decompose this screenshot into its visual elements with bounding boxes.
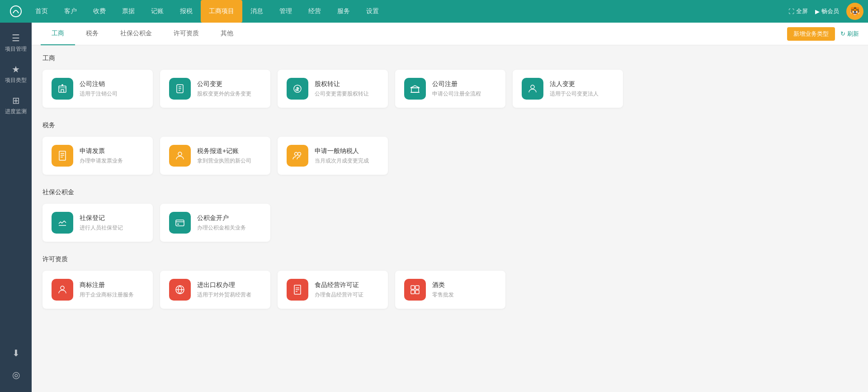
nav-item-管理[interactable]: 管理: [271, 0, 300, 23]
card-text: 进出口权办理适用于对外贸易经营者: [197, 281, 261, 299]
card-进出口权办理[interactable]: 进出口权办理适用于对外贸易经营者: [160, 271, 270, 309]
vip-btn[interactable]: ▶ 畅会员: [815, 7, 839, 15]
card-社保登记[interactable]: 社保登记进行人员社保登记: [42, 204, 153, 242]
card-text: 法人变更适用于公司变更法人: [550, 80, 614, 98]
card-text: 公司注册申请公司注册全流程: [432, 80, 496, 98]
card-title: 公司注册: [432, 80, 496, 88]
svg-point-2: [61, 84, 63, 86]
card-text: 股权转让公司变更需要股权转让: [315, 80, 379, 98]
sub-tabs: 工商税务社保公积金许可资质其他 新增业务类型 ↻ 刷新: [32, 23, 868, 45]
sidebar-label-progress-monitor: 进度监测: [5, 108, 27, 115]
card-申请发票[interactable]: 申请发票办理申请发票业务: [42, 137, 153, 175]
card-法人变更[interactable]: 法人变更适用于公司变更法人: [513, 70, 623, 108]
section-title: 许可资质: [42, 255, 857, 263]
sub-tab-社保公积金[interactable]: 社保公积金: [109, 23, 163, 45]
nav-item-报税[interactable]: 报税: [172, 0, 201, 23]
card-icon: [52, 78, 73, 100]
sub-tab-工商[interactable]: 工商: [41, 23, 75, 45]
card-icon: [287, 279, 308, 301]
nav-item-票据[interactable]: 票据: [114, 0, 143, 23]
card-title: 社保登记: [80, 214, 144, 222]
card-title: 公司变更: [197, 80, 261, 88]
card-公司注销[interactable]: 公司注销适用于注销公司: [42, 70, 153, 108]
main-layout: ☰ 项目管理 ★ 项目类型 ⊞ 进度监测 ⬇ ◎ 工商税务社保公积金许可资质其他…: [0, 23, 868, 392]
nav-item-消息[interactable]: 消息: [242, 0, 271, 23]
scroll-content: 工商公司注销适用于注销公司公司变更股权变更外的业务变更股权转让公司变更需要股权转…: [32, 45, 868, 392]
sidebar: ☰ 项目管理 ★ 项目类型 ⊞ 进度监测 ⬇ ◎: [0, 23, 32, 392]
card-text: 公司注销适用于注销公司: [80, 80, 144, 98]
nav-item-设置[interactable]: 设置: [358, 0, 387, 23]
card-text: 公积金开户办理公积金相关业务: [197, 214, 261, 232]
card-icon: [52, 145, 73, 167]
card-股权转让[interactable]: 股权转让公司变更需要股权转让: [278, 70, 388, 108]
card-title: 酒类: [432, 281, 496, 289]
card-icon: [287, 78, 308, 100]
card-食品经营许可证[interactable]: 食品经营许可证办理食品经营许可证: [278, 271, 388, 309]
card-icon: [52, 212, 73, 234]
card-title: 税务报道+记账: [197, 147, 261, 155]
fullscreen-btn[interactable]: ⛶ 全屏: [788, 7, 808, 15]
refresh-icon: ↻: [840, 30, 845, 37]
download-icon-btn[interactable]: ⬇: [0, 343, 32, 363]
card-icon: [169, 78, 191, 100]
settings-icon-btn[interactable]: ◎: [0, 365, 32, 385]
card-desc: 适用于对外贸易经营者: [197, 291, 261, 299]
sidebar-bottom: ⬇ ◎: [0, 343, 32, 392]
card-icon: [404, 279, 426, 301]
vip-label: 畅会员: [821, 7, 839, 15]
card-text: 食品经营许可证办理食品经营许可证: [315, 281, 379, 299]
svg-point-13: [61, 286, 64, 290]
sub-tab-其他[interactable]: 其他: [210, 23, 244, 45]
section-title: 税务: [42, 121, 857, 129]
card-酒类[interactable]: 酒类零售批发: [395, 271, 505, 309]
card-icon: [522, 78, 543, 100]
nav-item-首页[interactable]: 首页: [27, 0, 56, 23]
card-desc: 进行人员社保登记: [80, 224, 144, 232]
refresh-button[interactable]: ↻ 刷新: [840, 30, 859, 38]
svg-point-9: [295, 153, 298, 156]
card-title: 申请发票: [80, 147, 144, 155]
card-desc: 适用于公司变更法人: [550, 90, 614, 98]
card-公司注册[interactable]: 公司注册申请公司注册全流程: [395, 70, 505, 108]
card-公积金开户[interactable]: 公积金开户办理公积金相关业务: [160, 204, 270, 242]
card-text: 税务报道+记账拿到营业执照的新公司: [197, 147, 261, 165]
nav-item-经营[interactable]: 经营: [300, 0, 329, 23]
card-text: 公司变更股权变更外的业务变更: [197, 80, 261, 98]
sub-tab-许可资质[interactable]: 许可资质: [163, 23, 210, 45]
nav-item-收费[interactable]: 收费: [85, 0, 114, 23]
sidebar-item-project-type[interactable]: ★ 项目类型: [0, 58, 32, 90]
nav-item-服务[interactable]: 服务: [329, 0, 358, 23]
card-商标注册[interactable]: 商标注册用于企业商标注册服务: [42, 271, 153, 309]
card-税务报道+记账[interactable]: 税务报道+记账拿到营业执照的新公司: [160, 137, 270, 175]
svg-rect-19: [415, 290, 419, 294]
svg-rect-12: [177, 224, 179, 225]
card-text: 商标注册用于企业商标注册服务: [80, 281, 144, 299]
star-icon: ★: [12, 64, 20, 75]
nav-item-记账[interactable]: 记账: [143, 0, 172, 23]
svg-rect-18: [411, 290, 415, 294]
sidebar-label-project-management: 项目管理: [5, 45, 27, 53]
sidebar-item-project-management[interactable]: ☰ 项目管理: [0, 27, 32, 58]
sub-tab-税务[interactable]: 税务: [75, 23, 109, 45]
card-icon: [169, 212, 191, 234]
svg-point-8: [178, 152, 182, 156]
svg-point-10: [298, 153, 301, 156]
svg-rect-7: [59, 151, 66, 160]
card-公司变更[interactable]: 公司变更股权变更外的业务变更: [160, 70, 270, 108]
card-desc: 股权变更外的业务变更: [197, 90, 261, 98]
card-title: 商标注册: [80, 281, 144, 289]
sidebar-item-progress-monitor[interactable]: ⊞ 进度监测: [0, 90, 32, 121]
mascot-avatar: 🐯: [846, 3, 863, 20]
new-type-button[interactable]: 新增业务类型: [787, 27, 835, 41]
cards-grid: 社保登记进行人员社保登记公积金开户办理公积金相关业务: [42, 204, 857, 242]
content-area: 工商税务社保公积金许可资质其他 新增业务类型 ↻ 刷新 工商公司注销适用于注销公…: [32, 23, 868, 392]
card-desc: 办理申请发票业务: [80, 157, 144, 165]
card-desc: 当月或次月成变更完成: [315, 157, 379, 165]
nav-item-客户[interactable]: 客户: [56, 0, 85, 23]
svg-point-6: [531, 85, 534, 89]
cards-grid: 申请发票办理申请发票业务税务报道+记账拿到营业执照的新公司申请一般纳税人当月或次…: [42, 137, 857, 175]
card-申请一般纳税人[interactable]: 申请一般纳税人当月或次月成变更完成: [278, 137, 388, 175]
nav-item-工商项目[interactable]: 工商项目: [201, 0, 242, 23]
card-desc: 申请公司注册全流程: [432, 90, 496, 98]
card-title: 法人变更: [550, 80, 614, 88]
